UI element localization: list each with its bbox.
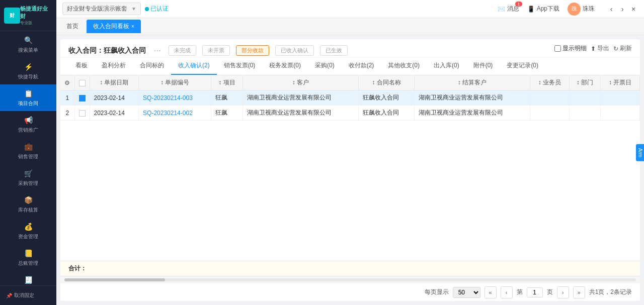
tab-other[interactable]: 其他收支(0)	[381, 57, 427, 75]
tab-kanban[interactable]: 看板	[68, 57, 95, 75]
topbar: 好业财专业版演示账套 ▼ 已认证 ✉️ 1 消息 📱 App下载 珠 珠珠 ‹	[56, 0, 644, 18]
row-contract-name: 狂飙收入合同	[359, 106, 415, 121]
tab-sales-invoice[interactable]: 销售发票(0)	[217, 57, 263, 75]
row-checkbox-cell[interactable]	[74, 90, 90, 106]
customer-col-header[interactable]: ↕ 客户	[243, 75, 358, 90]
sidebar-item-project-contract[interactable]: 📋 项目合同	[0, 84, 56, 111]
main-content: 好业财专业版演示账套 ▼ 已认证 ✉️ 1 消息 📱 App下载 珠 珠珠 ‹	[56, 0, 644, 305]
row-salesperson	[530, 106, 570, 121]
verified-dot	[145, 7, 149, 11]
more-button[interactable]: ···	[152, 46, 163, 55]
show-details-checkbox[interactable]: 显示明细	[554, 44, 587, 53]
sidebar: 财 畅捷通好业财 专业版 🔍 搜索菜单 ⚡ 快捷导航 📋 项目合同 📢 营销推广…	[0, 0, 56, 305]
sidebar-item-capital[interactable]: 💰 资金管理	[0, 218, 56, 244]
row-number-link[interactable]: SQ-20230214-002	[143, 110, 193, 117]
purchase-icon: 🛒	[23, 168, 33, 178]
settlement-customer-col-header[interactable]: ↕ 结算客户	[414, 75, 530, 90]
contract-title: 收入合同：狂飙收入合同	[68, 46, 146, 55]
tab-close-button[interactable]: ×	[131, 24, 134, 29]
row-checkbox-cell[interactable]	[74, 106, 90, 121]
sidebar-item-purchase[interactable]: 🛒 采购管理	[0, 164, 56, 191]
tab-contract-board[interactable]: 收入合同看板 ×	[87, 20, 141, 33]
row-checkbox[interactable]	[79, 95, 86, 101]
tab-payment[interactable]: 收付款(2)	[342, 57, 381, 75]
page-number-input[interactable]	[527, 287, 543, 297]
row-checkbox[interactable]	[79, 110, 86, 117]
last-page-button[interactable]: »	[573, 286, 585, 298]
user-avatar[interactable]: 珠 珠珠	[568, 3, 595, 16]
sidebar-item-search[interactable]: 🔍 搜索菜单	[0, 31, 56, 58]
salesperson-col-header[interactable]: ↕ 业务员	[530, 75, 570, 90]
arm-button[interactable]: Arm	[636, 144, 644, 161]
sidebar-item-sales[interactable]: 💼 销售管理	[0, 138, 56, 164]
contract-header: 收入合同：狂飙收入合同 ··· 未完成 未开票 部分收款 已收入确认 已生效 显…	[60, 39, 640, 57]
date-col-header[interactable]: ↕ 单据日期	[90, 75, 139, 90]
status-active-btn[interactable]: 已生效	[320, 45, 348, 56]
status-confirmed-btn[interactable]: 已收入确认	[275, 45, 314, 56]
first-page-button[interactable]: «	[485, 286, 497, 298]
tab-income[interactable]: 收入确认(2)	[171, 57, 217, 75]
download-icon: 📱	[527, 6, 535, 13]
table-wrapper: ⚙ ↕ 单据日期 ↕ 单据编号 ↕ 项目 ↕ 客户 ↕ 合同名称 ↕ 结算客户 …	[60, 75, 640, 261]
app-download-button[interactable]: 📱 App下载	[527, 5, 559, 13]
unpin-button[interactable]: 📌 取消固定	[4, 290, 52, 301]
settings-col-header[interactable]: ⚙	[60, 75, 74, 90]
sidebar-item-inventory[interactable]: 📦 库存核算	[0, 191, 56, 218]
checkbox-col-header[interactable]	[74, 75, 90, 90]
horizontal-scrollbar[interactable]	[60, 276, 640, 283]
status-no-invoice-btn[interactable]: 未开票	[202, 45, 230, 56]
contract-name-col-header[interactable]: ↕ 合同名称	[359, 75, 415, 90]
row-number-link[interactable]: SQ-20230214-003	[143, 94, 193, 101]
message-button[interactable]: ✉️ 1 消息	[498, 5, 519, 13]
sidebar-item-marketing[interactable]: 📢 营销推广	[0, 111, 56, 138]
tab-change-log[interactable]: 变更记录(0)	[500, 57, 545, 75]
sidebar-item-invoice[interactable]: 🧾 发票管理	[0, 271, 56, 285]
tab-tax-invoice[interactable]: 税务发票(0)	[262, 57, 308, 75]
sidebar-item-general-ledger[interactable]: 📒 总账管理	[0, 244, 56, 271]
project-col-header[interactable]: ↕ 项目	[211, 75, 243, 90]
close-window-button[interactable]: ×	[629, 5, 638, 14]
tab-profit[interactable]: 盈利分析	[95, 57, 133, 75]
row-invoice-date	[601, 106, 640, 121]
select-all-checkbox[interactable]	[79, 80, 86, 86]
prev-window-button[interactable]: ‹	[607, 5, 616, 14]
row-date: 2023-02-14	[90, 90, 139, 106]
tab-purchase[interactable]: 采购(0)	[308, 57, 342, 75]
message-icon: ✉️	[498, 6, 505, 13]
scrollbar-thumb[interactable]	[64, 278, 165, 281]
export-button[interactable]: ⬆ 导出	[591, 44, 609, 53]
row-settings-cell: 1	[60, 90, 74, 106]
row-number[interactable]: SQ-20230214-003	[139, 90, 211, 106]
number-col-header[interactable]: ↕ 单据编号	[139, 75, 211, 90]
next-page-button[interactable]: ›	[557, 286, 569, 298]
row-number[interactable]: SQ-20230214-002	[139, 106, 211, 121]
tab-subject[interactable]: 合同标的	[133, 57, 171, 75]
tab-attachment[interactable]: 附件(0)	[466, 57, 500, 75]
tab-warehouse[interactable]: 出入库(0)	[427, 57, 466, 75]
total-pages-info: 共1页，2条记录	[589, 288, 632, 296]
tab-home[interactable]: 首页	[60, 20, 85, 33]
page-size-select[interactable]: 50 20 100	[453, 287, 480, 298]
row-contract-name: 狂飙收入合同	[359, 90, 415, 106]
company-selector[interactable]: 好业财专业版演示账套 ▼	[62, 3, 141, 15]
refresh-button[interactable]: ↻ 刷新	[613, 44, 632, 53]
row-department	[569, 90, 601, 106]
department-col-header[interactable]: ↕ 部门	[569, 75, 601, 90]
row-invoice-date	[601, 90, 640, 106]
invoice-date-col-header[interactable]: ↕ 开票日	[601, 75, 640, 90]
export-icon: ⬆	[591, 45, 596, 52]
row-project: 狂飙	[211, 106, 243, 121]
row-settlement-customer: 湖南卫视商业运营发展有限公司	[414, 106, 530, 121]
app-logo-text: 畅捷通好业财 专业版	[20, 5, 52, 26]
prev-page-button[interactable]: ‹	[501, 286, 513, 298]
row-customer: 湖南卫视商业运营发展有限公司	[243, 90, 358, 106]
status-incomplete-btn[interactable]: 未完成	[169, 45, 196, 56]
row-date: 2023-02-14	[90, 106, 139, 121]
status-partial-btn[interactable]: 部分收款	[236, 45, 269, 56]
next-window-button[interactable]: ›	[618, 5, 627, 14]
marketing-icon: 📢	[23, 115, 33, 125]
show-details-input[interactable]	[554, 45, 561, 52]
sidebar-item-quick-nav[interactable]: ⚡ 快捷导航	[0, 58, 56, 84]
income-table: ⚙ ↕ 单据日期 ↕ 单据编号 ↕ 项目 ↕ 客户 ↕ 合同名称 ↕ 结算客户 …	[60, 75, 640, 121]
row-settings-cell: 2	[60, 106, 74, 121]
